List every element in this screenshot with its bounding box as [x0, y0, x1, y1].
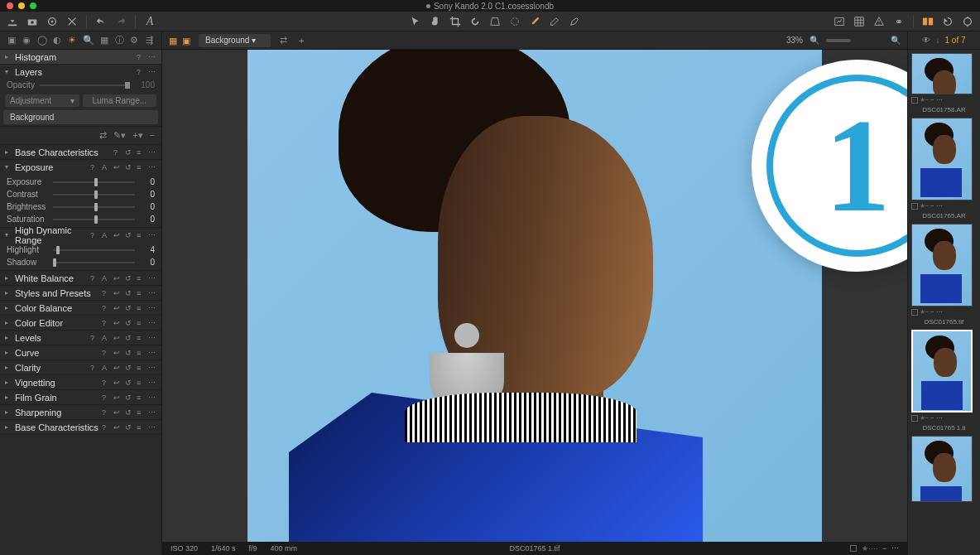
slider-track[interactable]	[53, 262, 135, 263]
canvas[interactable]: 1	[162, 50, 907, 542]
thumb-stars[interactable]: ★····	[920, 202, 929, 210]
import-icon[interactable]	[7, 16, 18, 27]
slider-track[interactable]	[53, 194, 135, 195]
luma-range-button[interactable]: Luma Range...	[83, 94, 157, 107]
thumb-tag[interactable]: −	[930, 96, 934, 104]
thumb-more[interactable]: ⋯	[936, 96, 943, 104]
thumbnail[interactable]	[911, 330, 973, 413]
maximize-window[interactable]	[30, 2, 36, 9]
section-header[interactable]: ▸Clarity?A↩↺≡⋯	[0, 360, 161, 374]
redo-icon[interactable]	[115, 16, 127, 27]
slider-track[interactable]	[53, 219, 135, 220]
close-window[interactable]	[7, 2, 13, 9]
thumbnail[interactable]	[911, 53, 973, 94]
keystone-icon[interactable]	[489, 16, 501, 27]
tab-output[interactable]: ⚙	[129, 35, 139, 46]
exposure-warn-icon[interactable]	[833, 16, 845, 27]
panels-icon[interactable]	[922, 16, 934, 27]
layer-background[interactable]: Background	[3, 110, 158, 124]
histogram-header[interactable]: ▸ Histogram ?⋯	[0, 50, 161, 64]
refresh-icon[interactable]	[962, 16, 973, 27]
exposure-header[interactable]: ▾ Exposure ?A↩↺≡⋯	[0, 160, 161, 174]
base-char-header[interactable]: ▸ Base Characteristics ?↺≡⋯	[0, 145, 161, 159]
view-grid-icon[interactable]: ▦	[169, 36, 179, 46]
eraser-icon[interactable]	[549, 16, 560, 27]
add-variant-icon[interactable]: +	[295, 35, 307, 46]
grid-icon[interactable]	[853, 16, 865, 27]
layer-add-icon[interactable]: +▾	[132, 130, 142, 141]
hand-icon[interactable]	[430, 16, 441, 27]
section-header[interactable]: ▸Vignetting?↩↺≡⋯	[0, 375, 161, 389]
undo-icon[interactable]	[95, 16, 107, 27]
rotate-icon[interactable]	[469, 16, 481, 27]
thumb-check[interactable]	[911, 203, 918, 210]
minimize-window[interactable]	[18, 2, 25, 9]
x-icon[interactable]	[66, 16, 78, 27]
cursor-icon[interactable]	[410, 16, 421, 27]
zoom-search-icon[interactable]: 🔍	[809, 36, 819, 45]
thumb-more[interactable]: ⋯	[936, 202, 943, 210]
tab-batch[interactable]: ⇶	[145, 35, 155, 46]
tether-icon[interactable]	[46, 16, 58, 27]
section-header[interactable]: ▸Film Grain?↩↺≡⋯	[0, 390, 161, 404]
section-header[interactable]: ▸Curve?↩↺≡⋯	[0, 345, 161, 360]
section-header[interactable]: ▸Sharpening?↩↺≡⋯	[0, 405, 161, 419]
tab-lens[interactable]: ◯	[37, 35, 47, 46]
hdr-header[interactable]: ▾ High Dynamic Range ?A↩↺≡⋯	[0, 228, 161, 242]
thumb-tag[interactable]: −	[930, 202, 934, 210]
thumb-more[interactable]: ⋯	[936, 414, 943, 422]
tab-color[interactable]: ◐	[52, 35, 62, 46]
tab-library[interactable]: ▣	[7, 35, 17, 46]
thumbnail[interactable]	[911, 224, 973, 306]
thumb-stars[interactable]: ★····	[920, 308, 929, 316]
warning-icon[interactable]	[873, 16, 885, 27]
thumb-check[interactable]	[911, 309, 918, 316]
thumb-check[interactable]	[911, 415, 918, 422]
reset-icon[interactable]	[942, 16, 954, 27]
section-header[interactable]: ▸Color Editor?↩↺≡⋯	[0, 316, 161, 330]
layer-brush-icon[interactable]: ✎▾	[113, 130, 126, 141]
status-color-tag[interactable]: −	[882, 544, 886, 553]
section-header[interactable]: ▸White Balance?A↩↺≡⋯	[0, 271, 161, 285]
layer-remove-icon[interactable]: −	[150, 130, 155, 141]
slider-track[interactable]	[53, 206, 135, 208]
toggle-icon[interactable]: ⇄	[277, 35, 289, 46]
tab-exposure[interactable]: ☀	[67, 35, 77, 46]
status-check[interactable]	[850, 545, 857, 552]
status-stars[interactable]: ★ · · · ·	[862, 544, 877, 553]
tab-details[interactable]: 🔍	[83, 35, 94, 46]
background-dropdown[interactable]: Background ▾	[199, 34, 271, 47]
opacity-slider[interactable]	[40, 84, 130, 86]
type-tool-icon[interactable]: A	[144, 16, 156, 27]
camera-icon[interactable]	[26, 16, 38, 27]
thumbnail[interactable]	[911, 118, 973, 200]
tab-capture[interactable]: ◉	[22, 35, 31, 46]
spot-icon[interactable]	[509, 16, 521, 27]
section-header[interactable]: ▸Base Characteristics?↩↺≡⋯	[0, 420, 161, 434]
crop-icon[interactable]	[449, 16, 461, 27]
sort-icon[interactable]: ↓	[935, 36, 939, 45]
status-more[interactable]: ⋯	[891, 544, 899, 553]
thumb-tag[interactable]: −	[930, 414, 934, 422]
thumb-stars[interactable]: ★····	[920, 96, 929, 104]
thumbnail[interactable]	[911, 436, 973, 502]
thumb-check[interactable]	[911, 97, 918, 104]
view-single-icon[interactable]: ▣	[182, 36, 192, 46]
search-icon[interactable]: 🔍	[891, 36, 901, 45]
section-header[interactable]: ▸Styles and Presets?↩↺≡⋯	[0, 286, 161, 300]
eye-icon[interactable]: 👁	[922, 36, 930, 45]
slider-track[interactable]	[53, 249, 135, 251]
thumb-tag[interactable]: −	[930, 308, 934, 316]
section-header[interactable]: ▸Color Balance?↩↺≡⋯	[0, 301, 161, 315]
thumb-more[interactable]: ⋯	[936, 308, 943, 316]
pen-icon[interactable]	[569, 16, 580, 27]
zoom-slider[interactable]	[826, 39, 851, 42]
tab-metadata[interactable]: ⓘ	[114, 35, 124, 46]
thumb-stars[interactable]: ★····	[920, 414, 929, 422]
layers-header[interactable]: ▾ Layers ?⋯	[0, 65, 161, 79]
layer-opts-icon[interactable]: ⇄	[99, 130, 107, 141]
section-header[interactable]: ▸Levels?A↩↺≡⋯	[0, 331, 161, 345]
focus-mask-icon[interactable]: ⚭	[893, 16, 905, 27]
slider-track[interactable]	[53, 181, 135, 183]
adjustment-dropdown[interactable]: Adjustment▾	[5, 94, 79, 107]
